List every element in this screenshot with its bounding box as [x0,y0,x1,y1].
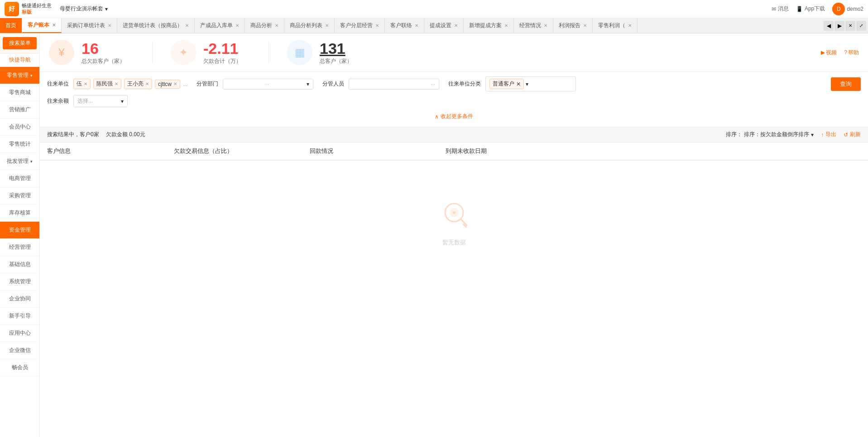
sidebar-item-ecommerce[interactable]: 电商管理 [0,170,39,187]
search-menu-button[interactable]: 搜索菜单 [3,37,37,49]
sidebar-item-biz[interactable]: 经营管理 [0,239,39,256]
content-area: ¥ 16 总欠款客户（家） ✦ -2.11 欠款合计（万） [40,33,868,437]
chevron-down-icon: ▾ [811,132,814,138]
tab-home[interactable]: 首页 [0,18,22,33]
tab-biz-situation[interactable]: 经营情况 ✕ [514,18,553,33]
close-tab-profit-report[interactable]: ✕ [583,23,587,28]
remove-tag-chen[interactable]: ✕ [115,81,118,86]
filter-balance-select[interactable]: 选择... ▾ [73,95,128,107]
sidebar-item-inventory[interactable]: 库存核算 [0,204,39,222]
close-tab-new-promo[interactable]: ✕ [504,23,508,28]
close-tab-customer-tier[interactable]: ✕ [375,23,379,28]
sidebar-item-retail-mall[interactable]: 零售商城 [0,84,39,101]
tab-goods-analysis[interactable]: 商品分析 ✕ [245,18,284,33]
sidebar-quick-nav[interactable]: 快捷导航 [0,53,39,67]
sidebar-item-capital[interactable]: 资金管理 [0,222,39,239]
tab-goods-list[interactable]: 商品分析列表 ✕ [284,18,335,33]
export-button[interactable]: ↑ 导出 [821,131,836,138]
app-download-button[interactable]: 📱 App下载 [796,5,825,13]
play-icon: ▶ [821,49,825,56]
results-bar: 搜索结果中，客户0家 欠款金额 0.00元 排序： 排序：按欠款金额倒序排序 ▾… [40,127,868,142]
tab-purchase-order[interactable]: 采购订单统计表 ✕ [62,18,117,33]
close-tab-account[interactable]: ✕ [52,23,56,28]
tab-account[interactable]: 客户账本 ✕ [22,18,62,33]
close-tab-product-in[interactable]: ✕ [235,23,239,28]
tab-purchase-stat[interactable]: 进货单统计表（按商品） ✕ [117,18,195,33]
remove-tag-wang[interactable]: ✕ [145,81,149,86]
top-bar-left: 好 畅捷通好生意 标版 母婴行业演示帐套 ▾ [5,2,108,16]
filter-person-select[interactable]: ··· [349,79,439,90]
chevron-down-icon: ▾ [30,73,33,78]
sidebar-item-purchase[interactable]: 采购管理 [0,187,39,204]
tab-prev-button[interactable]: ◀ [824,21,834,31]
top-bar: 好 畅捷通好生意 标版 母婴行业演示帐套 ▾ ✉ 消息 📱 App下载 D de… [0,0,868,18]
filter-more-tags[interactable]: ... [183,81,187,87]
filter-person-label: 分管人员 [322,80,344,88]
tab-customer-contact[interactable]: 客户联络 ✕ [385,18,424,33]
sidebar-item-wholesale[interactable]: 批发管理 ▾ [0,153,39,170]
sidebar-item-member[interactable]: 会员中心 [0,119,39,136]
sidebar-item-app-center[interactable]: 应用中心 [0,325,39,342]
tab-nav-arrows: ◀ ▶ ✕ ⤢ [822,18,868,33]
collapse-button[interactable]: ∧ 收起更多条件 [435,113,473,120]
results-actions: 排序： 排序：按欠款金额倒序排序 ▾ ↑ 导出 ↺ 刷新 [726,131,861,138]
query-button[interactable]: 查询 [831,77,861,91]
tab-expand-button[interactable]: ⤢ [856,21,866,31]
close-tab-promo-settings[interactable]: ✕ [454,23,458,28]
sort-selector[interactable]: 排序： 排序：按欠款金额倒序排序 ▾ [726,131,814,138]
video-button[interactable]: ▶ 视频 [821,49,837,57]
sidebar-item-basic[interactable]: 基础信息 [0,256,39,273]
tab-next-button[interactable]: ▶ [834,21,844,31]
sidebar-item-enterprise[interactable]: 企业协同 [0,290,39,308]
remove-customer-type[interactable]: ✕ [516,81,521,87]
tab-customer-tier[interactable]: 客户分层经营 ✕ [335,18,385,33]
close-tab-goods-analysis[interactable]: ✕ [275,23,278,28]
remove-tag-wu[interactable]: ✕ [84,81,87,86]
tab-product-in[interactable]: 产成品入库单 ✕ [195,18,245,33]
message-button[interactable]: ✉ 消息 [772,5,789,13]
stat3-label: 总客户（家） [320,57,352,65]
store-selector[interactable]: 母婴行业演示帐套 ▾ [60,5,108,13]
close-tab-goods-list[interactable]: ✕ [325,23,329,28]
sidebar-item-vip[interactable]: 畅会员 [0,359,39,376]
filter-tag-wang: 王小亮 ✕ [124,79,152,89]
remove-tag-cjttcw[interactable]: ✕ [173,81,177,86]
logo-area: 好 畅捷通好生意 标版 [5,2,52,16]
col-header-customer: 客户信息 [47,147,174,155]
phone-icon: 📱 [796,6,803,12]
chevron-down-icon: ▾ [307,81,309,87]
stat3-value: 131 [320,40,352,57]
close-tab-purchase-order[interactable]: ✕ [108,23,111,28]
tab-retail-profit[interactable]: 零售利润（ ✕ [593,18,638,33]
tab-promo-settings[interactable]: 提成设置 ✕ [424,18,464,33]
sidebar-item-system[interactable]: 系统管理 [0,273,39,290]
empty-state: 暂无数据 [40,161,868,283]
filter-tag-wu: 伍 ✕ [73,79,91,89]
message-icon: ✉ [772,6,776,12]
filter-dept-select[interactable]: ··· ▾ [223,79,313,90]
close-tab-biz-situation[interactable]: ✕ [544,23,547,28]
user-avatar[interactable]: D demo2 [832,3,863,15]
customer-type-tag: 普通客户 ✕ [489,79,524,89]
chevron-down-icon: ▾ [30,159,33,164]
tab-close-all-button[interactable]: ✕ [845,21,855,31]
tab-profit-report[interactable]: 利润报告 ✕ [553,18,593,33]
chevron-down-icon: ▾ [121,98,124,104]
filter-dept-more: ··· [264,81,269,87]
close-tab-retail-profit[interactable]: ✕ [628,23,632,28]
sidebar-item-retail-mgmt[interactable]: 零售管理 ▾ [0,67,39,84]
refresh-button[interactable]: ↺ 刷新 [844,131,861,138]
sidebar-item-marketing[interactable]: 营销推广 [0,101,39,119]
close-tab-customer-contact[interactable]: ✕ [415,23,418,28]
stat1-value: 16 [82,40,125,57]
stat-divider-2 [269,41,269,64]
sidebar-item-enterprise-wechat[interactable]: 企业微信 [0,342,39,359]
sidebar-item-retail-stats[interactable]: 零售统计 [0,136,39,153]
filter-category-input[interactable]: 普通客户 ✕ ▾ [485,76,576,91]
stats-bar: ¥ 16 总欠款客户（家） ✦ -2.11 欠款合计（万） [40,33,868,72]
close-tab-purchase-stat[interactable]: ✕ [185,23,189,28]
stat2-label: 欠款合计（万） [203,57,241,65]
help-button[interactable]: ? 帮助 [844,49,859,57]
tab-new-promo[interactable]: 新增提成方案 ✕ [464,18,514,33]
sidebar-item-newbie[interactable]: 新手引导 [0,308,39,325]
